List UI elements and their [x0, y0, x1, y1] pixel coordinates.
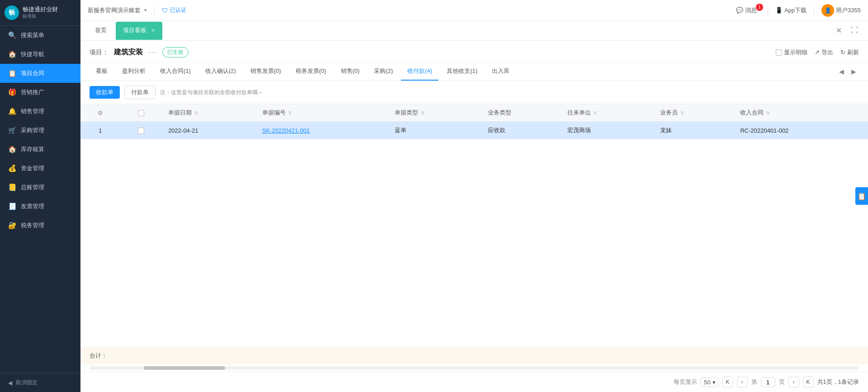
- show-detail-checkbox[interactable]: [776, 49, 782, 56]
- account-dropdown-icon[interactable]: ▾: [144, 7, 147, 13]
- col-settings[interactable]: ⚙: [80, 104, 120, 122]
- tab-home[interactable]: 首页: [88, 22, 114, 40]
- fake-scrollbar[interactable]: [90, 366, 859, 370]
- partner-sort-icon[interactable]: ⇅: [593, 110, 597, 115]
- col-salesperson[interactable]: 业务员 ⇅: [654, 104, 734, 122]
- col-income-contract[interactable]: 收入合同 ⇅: [734, 104, 868, 122]
- sidebar-item-projectcontract[interactable]: 📋 项目合同: [0, 64, 80, 83]
- export-label: 导出: [821, 48, 833, 57]
- sidebar-item-inventory[interactable]: 🏠 库存核算: [0, 140, 80, 159]
- sidebar-label-search: 搜索菜单: [21, 31, 44, 39]
- fake-scrollbar-thumb[interactable]: [144, 366, 225, 370]
- page-label: 第: [751, 378, 757, 386]
- col-date[interactable]: 单据日期 ⇅: [162, 104, 256, 122]
- sidebar-item-finance[interactable]: 💰 资金管理: [0, 159, 80, 178]
- message-badge: 1: [756, 4, 763, 11]
- user-avatar: 👤: [821, 4, 834, 17]
- sidebar-icon-ledger: 📒: [8, 183, 16, 191]
- floating-action-button[interactable]: 📋: [855, 187, 868, 205]
- sub-tab-income_confirm[interactable]: 收入确认(2): [199, 62, 242, 81]
- project-more-button[interactable]: ···: [148, 48, 157, 57]
- type-sort-icon[interactable]: ⇅: [421, 110, 425, 115]
- sub-tab-purchase[interactable]: 采购(2): [368, 62, 399, 81]
- project-header: 项目： 建筑安装 ··· 已生效 显示明细 ↗ 导出 ↻ 刷新: [80, 41, 868, 62]
- row-index: 1: [80, 122, 120, 139]
- app-download-button[interactable]: 📱 App下载: [775, 6, 807, 14]
- sidebar-item-search[interactable]: 🔍 搜索菜单: [0, 26, 80, 45]
- sidebar-icon-sales: 🔔: [8, 107, 16, 115]
- next-page-button[interactable]: ›: [788, 377, 799, 387]
- number-sort-icon[interactable]: ⇅: [288, 110, 292, 115]
- sub-tab-sales_invoice[interactable]: 销售发票(0): [244, 62, 288, 81]
- sidebar-label-finance: 资金管理: [21, 164, 44, 172]
- sidebar-item-tax[interactable]: 🔐 税务管理: [0, 216, 80, 235]
- main-content: 新服务官网演示账套 ▾ 🛡 已认证 💬 消息 1 📱 App下载 👤 用户3: [80, 0, 868, 392]
- select-all-checkbox[interactable]: [138, 110, 144, 116]
- show-detail-toggle[interactable]: 显示明细: [776, 48, 807, 57]
- row-number[interactable]: SK-20220421-001: [256, 122, 388, 139]
- per-page-select[interactable]: 50 ▾: [701, 378, 718, 387]
- row-biz-type: 应收款: [481, 122, 561, 139]
- settings-icon[interactable]: ⚙: [98, 110, 103, 116]
- verified-text: 已认证: [170, 6, 186, 14]
- prev-page-button[interactable]: ‹: [737, 377, 748, 387]
- sidebar-item-sales[interactable]: 🔔 销售管理: [0, 102, 80, 121]
- col-number[interactable]: 单据编号 ⇅: [256, 104, 388, 122]
- message-label: 消息: [745, 6, 757, 14]
- sub-tab-inout[interactable]: 出入库: [486, 62, 516, 81]
- sub-tab-kanban[interactable]: 看板: [90, 62, 114, 81]
- message-button[interactable]: 💬 消息 1: [736, 6, 760, 14]
- sidebar-unpin-button[interactable]: ◀ 取消固定: [0, 373, 80, 392]
- sub-tab-next[interactable]: ▶: [849, 66, 859, 77]
- action-note: 注：这里是与项目关联的全部收付款单哦～: [160, 89, 263, 96]
- sidebar-icon-search: 🔍: [8, 31, 16, 39]
- sub-tab-sales[interactable]: 销售(0): [335, 62, 366, 81]
- sidebar-item-invoice[interactable]: 🧾 发票管理: [0, 197, 80, 216]
- per-page-dropdown-icon[interactable]: ▾: [712, 379, 716, 386]
- sidebar-item-quicknav[interactable]: 🏠 快捷导航: [0, 45, 80, 64]
- tab-close-icon[interactable]: ✕: [151, 28, 155, 33]
- sub-tabs: 看板盈利分析收入合同(1)收入确认(2)销售发票(0)税务发票(0)销售(0)采…: [80, 62, 868, 81]
- export-button[interactable]: ↗ 导出: [815, 48, 833, 57]
- col-partner[interactable]: 往来单位 ⇅: [561, 104, 654, 122]
- date-sort-icon[interactable]: ⇅: [194, 110, 198, 115]
- col-type[interactable]: 单据类型 ⇅: [388, 104, 481, 122]
- row-income-contract: RC-20220401-002: [734, 122, 868, 139]
- table-row[interactable]: 1 2022-04-21 SK-20220421-001 蓝单 应收款 宏茂商场…: [80, 122, 868, 139]
- refresh-icon: ↻: [840, 49, 845, 56]
- contract-sort-icon[interactable]: ⇅: [766, 110, 770, 115]
- sub-tab-prev[interactable]: ◀: [836, 66, 847, 77]
- sub-tab-profit[interactable]: 盈利分析: [116, 62, 152, 81]
- sidebar-item-purchase[interactable]: 🛒 采购管理: [0, 121, 80, 140]
- sub-tab-other_expense[interactable]: 其他收支(1): [440, 62, 484, 81]
- col-checkbox[interactable]: [120, 104, 162, 122]
- first-page-button[interactable]: K: [722, 377, 733, 387]
- salesperson-sort-icon[interactable]: ⇅: [680, 110, 684, 115]
- sidebar-label-sales: 销售管理: [21, 107, 44, 115]
- sidebar-label-inventory: 库存核算: [21, 145, 44, 153]
- payment-tab-button[interactable]: 付款单: [124, 86, 156, 99]
- sidebar-label-invoice: 发票管理: [21, 202, 44, 210]
- sub-tab-tax_invoice[interactable]: 税务发票(0): [289, 62, 333, 81]
- tab-projectboard[interactable]: 项目看板 ✕: [116, 22, 162, 40]
- topbar-divider3: [814, 6, 814, 15]
- page-input[interactable]: [761, 378, 775, 387]
- tab-bar: 首页 项目看板 ✕ ✕ ⛶: [80, 21, 868, 41]
- sidebar-item-marketing[interactable]: 🎁 营销推广: [0, 83, 80, 102]
- fullscreen-button[interactable]: ⛶: [848, 25, 861, 36]
- refresh-button[interactable]: ↻ 刷新: [840, 48, 859, 57]
- sidebar: 畅 畅捷通好业财 标准版 🔍 搜索菜单 🏠 快捷导航 📋 项目合同 🎁 营销推广…: [0, 0, 80, 392]
- close-tab-button[interactable]: ✕: [833, 25, 844, 36]
- sub-tab-income_contract[interactable]: 收入合同(1): [154, 62, 197, 81]
- scrollbar-area: [80, 364, 868, 372]
- row-checkbox[interactable]: [120, 122, 162, 139]
- sub-tab-receipt[interactable]: 收付款(4): [401, 62, 439, 81]
- project-status-badge: 已生效: [162, 47, 189, 57]
- user-menu[interactable]: 👤 用户3355: [821, 4, 861, 17]
- sidebar-item-ledger[interactable]: 📒 总账管理: [0, 178, 80, 197]
- receipt-tab-button[interactable]: 收款单: [90, 86, 120, 99]
- last-page-button[interactable]: K: [803, 377, 814, 387]
- project-title: 建筑安装: [114, 48, 143, 57]
- tab-bar-actions: ✕ ⛶: [833, 25, 861, 36]
- sidebar-label-marketing: 营销推广: [21, 88, 44, 96]
